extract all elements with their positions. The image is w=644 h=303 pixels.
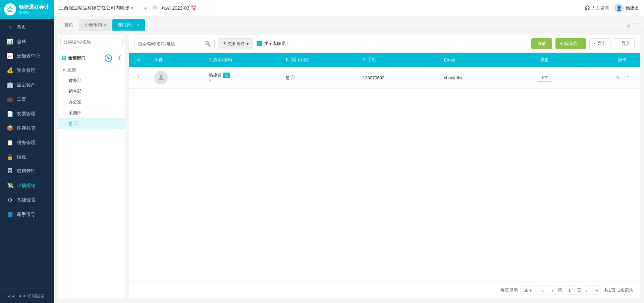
cell-actions: ✎ ⬚ — [574, 67, 640, 89]
sidebar-item-expense[interactable]: 💸 小畅报销 — [0, 178, 54, 193]
filter-button[interactable]: ⚗ 更多条件 ▾ — [218, 38, 253, 49]
dept-edit-button[interactable]: ✎ — [105, 54, 112, 62]
sidebar-pin-toggle[interactable]: ◄◄ ◄◄ 取消固定 — [0, 289, 54, 303]
first-page-button[interactable]: « — [538, 286, 547, 295]
invite-button[interactable]: 邀请 — [531, 38, 552, 49]
chevron-down-icon: ▾ — [131, 5, 133, 11]
edit-icon[interactable]: ✎ — [616, 75, 620, 81]
reports-icon: 📈 — [7, 53, 13, 59]
cell-email: chanjethkj... — [438, 67, 515, 89]
sidebar-item-invoice[interactable]: 📄 发票管理 — [0, 106, 54, 121]
cell-dept: 总 部 — [280, 67, 357, 89]
employee-code: 0 — [209, 78, 275, 83]
sidebar-item-home[interactable]: ⌂ 首页 — [0, 20, 54, 34]
employee-name: 畅捷通 — [209, 72, 222, 78]
tab-dept[interactable]: 部门员工 × — [112, 19, 145, 31]
assets-icon: 🏢 — [7, 82, 13, 88]
tabs-bar: 首页 小畅报销 × 部门员工 × ✕ ⛶ — [54, 16, 644, 31]
prev-page-button[interactable]: ‹ — [548, 286, 557, 295]
sidebar-item-label: 基础设置 — [17, 197, 36, 203]
dept-name: 总 部 — [285, 75, 296, 80]
sidebar-item-guide[interactable]: 📘 新手引导 — [0, 207, 54, 222]
search-icon[interactable]: 🔍 — [124, 39, 125, 45]
toolbar: 🔍 ⚗ 更多条件 ▾ ✓ 显示离职员工 邀请 + 新增员工 — [129, 35, 640, 53]
sidebar-item-label: 云报表中心 — [17, 53, 40, 59]
show-resign-toggle[interactable]: ✓ 显示离职员工 — [257, 41, 290, 47]
col-actions: 操作 — [574, 53, 640, 67]
chevron-down-icon: ▾ — [247, 41, 249, 46]
sidebar-item-tax[interactable]: 📋 税务管理 — [0, 135, 54, 150]
sidebar-item-close[interactable]: 🔒 结账 — [0, 150, 54, 164]
sidebar-item-ledger[interactable]: 📊 总账 — [0, 34, 54, 49]
sidebar-item-label: 结账 — [17, 154, 26, 160]
dept-root[interactable]: ▼ 总部 — [58, 64, 125, 75]
dept-item-label: 销售部 — [68, 89, 82, 94]
search-input[interactable] — [138, 41, 202, 46]
per-page-select[interactable]: 50 ▾ — [521, 287, 535, 294]
sidebar-item-reports[interactable]: 📈 云报表中心 — [0, 49, 54, 63]
dept-item-office[interactable]: 办公室 — [58, 97, 125, 107]
tab-close-icon[interactable]: × — [104, 23, 106, 27]
user-menu[interactable]: 👤 畅捷通 — [614, 3, 639, 13]
tab-close-dept-icon[interactable]: × — [137, 23, 140, 27]
dept-tree: ⊞ 全部部门 ✎ 《 ▼ 总部 财务部 销售部 办公室 — [58, 49, 125, 299]
service-button[interactable]: 🎧 人工咨询 — [585, 5, 609, 11]
dept-item-general[interactable]: 总 部 — [58, 118, 125, 129]
sidebar: 会 畅捷通好会计 旗舰版 ⌂ 首页 📊 总账 📈 云报表中心 💰 资金管理 🏢 … — [0, 0, 54, 303]
dept-search-input[interactable] — [60, 38, 123, 46]
add-employee-button[interactable]: + 新增员工 — [555, 38, 586, 49]
expand-icon[interactable]: ⛶ — [633, 23, 639, 29]
search-icon[interactable]: 🔍 — [204, 41, 211, 47]
sidebar-item-inventory[interactable]: 📦 库存核算 — [0, 121, 54, 135]
tab-home[interactable]: 首页 — [59, 19, 78, 31]
close-period-icon: 🔒 — [7, 154, 13, 160]
filter-label: 更多条件 — [228, 41, 245, 47]
cell-index: 1 — [129, 67, 149, 89]
tax-icon: 📋 — [7, 139, 13, 146]
close-window-icon[interactable]: ✕ — [626, 23, 631, 29]
sidebar-item-label: 库存核算 — [17, 125, 36, 131]
tab-label: 首页 — [64, 22, 73, 28]
sidebar-item-archive[interactable]: 🗄 归档管理 — [0, 164, 54, 178]
sidebar-item-assets[interactable]: 🏢 固定资产 — [0, 78, 54, 92]
col-email: Email — [438, 53, 515, 67]
logo-title: 畅捷通好会计 — [19, 4, 49, 10]
invite-label: 邀请 — [537, 41, 546, 46]
company-selector[interactable]: 江西服宝精品有限责任公司内账张 ▾ — [59, 5, 133, 11]
import-label: 导入 — [622, 41, 630, 47]
last-page-button[interactable]: » — [592, 286, 601, 295]
sidebar-item-salary[interactable]: 💼 工资 — [0, 92, 54, 106]
cell-status: 正常 — [515, 67, 574, 89]
logout-icon[interactable]: ⬚ — [624, 75, 629, 81]
import-button[interactable]: ↓ 导入 — [614, 38, 635, 49]
dept-item-label: 总 部 — [68, 121, 78, 126]
page-number-input[interactable] — [563, 286, 576, 295]
dept-item-label: 办公室 — [68, 99, 82, 104]
sidebar-item-label: 小畅报销 — [17, 183, 36, 189]
avatar: 👤 — [614, 3, 624, 13]
dept-item-finance[interactable]: 财务部 — [58, 75, 125, 86]
dept-item-purchase[interactable]: 采购部 — [58, 107, 125, 118]
guide-icon: 📘 — [7, 211, 13, 218]
col-gear[interactable]: ⚙ — [129, 53, 149, 67]
col-name[interactable]: ⇅ 姓名/编码 — [203, 53, 280, 67]
col-avatar: 头像 — [149, 53, 203, 67]
sidebar-item-funds[interactable]: 💰 资金管理 — [0, 63, 54, 78]
expand-arrow-icon: ▼ — [62, 68, 66, 73]
dept-item-sales[interactable]: 销售部 — [58, 86, 125, 97]
add-label: + 新增员工 — [560, 41, 581, 47]
col-dept[interactable]: ⇅ 部门/职位 — [280, 53, 357, 67]
export-button[interactable]: ↑ 导出 — [589, 38, 610, 49]
add-company-icon[interactable]: ＋ — [143, 4, 149, 12]
dept-all-item[interactable]: ⊞ 全部部门 ✎ 《 — [58, 52, 125, 64]
period-selector[interactable]: 账期 2023-03 📅 — [161, 5, 196, 11]
next-page-button[interactable]: › — [582, 286, 591, 295]
settings-gear-icon[interactable]: ⚙ — [153, 5, 157, 11]
col-phone[interactable]: ⇅ 手机 — [357, 53, 438, 67]
import-icon: ↓ — [618, 41, 621, 46]
sidebar-item-label: 税务管理 — [17, 140, 36, 146]
tab-expense[interactable]: 小畅报销 × — [79, 19, 112, 31]
col-status: 状态 — [515, 53, 574, 67]
collapse-icon[interactable]: 《 — [115, 55, 121, 62]
sidebar-item-settings[interactable]: ⚙ 基础设置 — [0, 193, 54, 207]
